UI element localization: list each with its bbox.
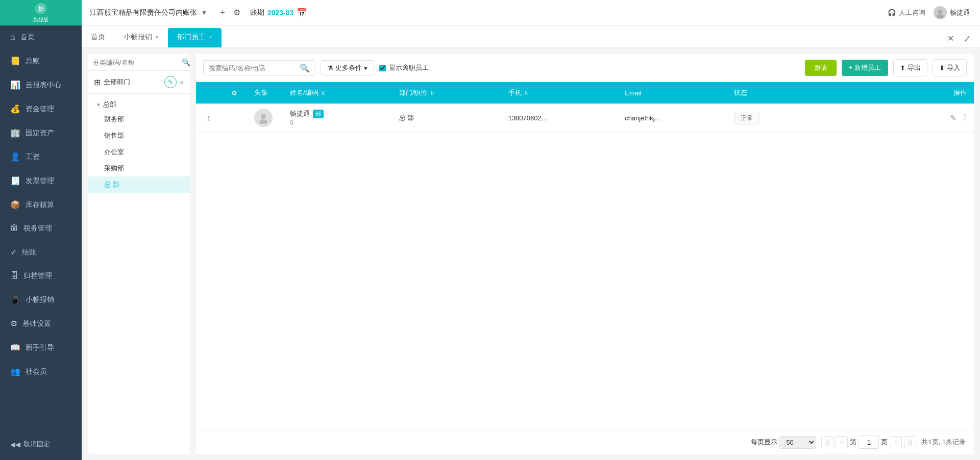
col-avatar-label: 头像	[254, 89, 267, 96]
edit-button[interactable]: ✎	[950, 113, 957, 123]
sidebar-label-ledger: 总账	[26, 57, 40, 66]
first-page-button[interactable]: ⟨⟨	[821, 436, 834, 448]
calendar-icon[interactable]: 📅	[297, 8, 307, 17]
resigned-checkbox-input[interactable]	[379, 65, 386, 71]
dept-item-office[interactable]: 办公室	[88, 144, 190, 160]
tab-expense-label: 小畅报销	[124, 33, 152, 42]
sidebar-item-tax[interactable]: 🏛 税务管理	[0, 217, 82, 240]
sidebar-label-reports: 云报表中心	[26, 81, 61, 90]
service-label: 人工咨询	[899, 8, 925, 17]
tab-bar: 首页 小畅报销 × 部门员工 × ✕ ⤢	[82, 25, 980, 48]
employee-search-input[interactable]	[209, 64, 297, 72]
page-input[interactable]	[859, 436, 879, 449]
cell-gear	[222, 104, 247, 133]
sidebar-item-settings[interactable]: ⚙ 基础设置	[0, 312, 82, 336]
tab-dept-staff-close[interactable]: ×	[209, 34, 212, 41]
finance-icon: 💰	[10, 104, 20, 114]
invoice-icon: 🧾	[10, 176, 20, 186]
dept-collapse-button[interactable]: «	[180, 78, 184, 86]
sidebar-label-guide: 新手引导	[26, 343, 54, 352]
sidebar-label-assets: 固定资产	[26, 129, 54, 138]
dept-edit-button[interactable]: ✎	[164, 76, 177, 88]
sidebar-item-expense[interactable]: 📱 小畅报销	[0, 288, 82, 312]
svg-point-5	[259, 119, 267, 124]
sidebar-label-members: 社会员	[26, 367, 47, 376]
col-dept[interactable]: 部门/职位 ⇅	[392, 82, 501, 104]
settings-button[interactable]: ⚙	[230, 6, 244, 20]
service-button[interactable]: 🎧 人工咨询	[888, 8, 925, 17]
tab-close-all-button[interactable]: ✕	[943, 31, 958, 45]
col-gear[interactable]: ⚙	[222, 82, 247, 104]
sidebar-item-guide[interactable]: 📖 新手引导	[0, 336, 82, 360]
cell-avatar	[247, 104, 283, 133]
right-panel: 🔍 ⚗ 更多条件 ▾ 显示离职员工 邀请 + 新增员工	[196, 54, 974, 454]
sidebar-item-home[interactable]: ⌂ 首页	[0, 25, 82, 49]
dept-item-general[interactable]: 总 部	[88, 176, 190, 193]
sidebar-item-finance[interactable]: 💰 资金管理	[0, 97, 82, 121]
last-page-button[interactable]: ⟩⟩	[904, 436, 916, 448]
tab-dept-staff[interactable]: 部门员工 ×	[168, 28, 222, 47]
page-suffix: 页	[881, 438, 888, 447]
import-icon: ⬇	[939, 64, 945, 72]
sidebar-item-salary[interactable]: 👤 工资	[0, 145, 82, 169]
filter-button[interactable]: ⚗ 更多条件 ▾	[321, 60, 374, 75]
dept-group-zongbu: ▼ 总部	[88, 96, 190, 111]
export-button[interactable]: ⬆ 导出	[893, 59, 927, 76]
dept-tree: ▼ 总部 财务部 销售部 办公室 采购部 总 部	[88, 94, 190, 454]
col-name-label: 姓名/编码	[290, 89, 318, 96]
add-company-button[interactable]: ＋	[215, 6, 230, 20]
headset-icon: 🎧	[888, 9, 896, 16]
settings-sidebar-icon: ⚙	[10, 319, 17, 328]
show-resigned-checkbox[interactable]: 显示离职员工	[379, 63, 429, 72]
prev-page-button[interactable]: ＜	[836, 436, 848, 448]
export-icon: ⬆	[900, 64, 905, 72]
user-area[interactable]: 畅捷通	[934, 6, 970, 19]
sidebar-label-invoice: 发票管理	[26, 176, 54, 186]
sidebar-item-assets[interactable]: 🏢 固定资产	[0, 121, 82, 145]
dept-item-finance[interactable]: 财务部	[88, 111, 190, 127]
tab-home-label: 首页	[91, 33, 105, 42]
sidebar-item-close[interactable]: ✓ 结账	[0, 240, 82, 264]
sidebar-item-ledger[interactable]: 📒 总账	[0, 49, 82, 73]
tab-expense[interactable]: 小畅报销 ×	[114, 28, 168, 47]
import-label: 导入	[947, 63, 960, 72]
cell-action: ✎ ⤴	[862, 104, 974, 133]
col-phone[interactable]: 手机 ⇅	[501, 82, 618, 104]
col-avatar: 头像	[247, 82, 283, 104]
dept-search-icon[interactable]: 🔍	[182, 58, 190, 66]
invite-button[interactable]: 邀请	[805, 60, 837, 76]
import-button[interactable]: ⬇ 导入	[933, 59, 967, 76]
expense-icon: 📱	[10, 295, 20, 304]
sidebar-label-tax: 税务管理	[23, 224, 52, 233]
cell-status: 正常	[727, 104, 862, 133]
next-page-button[interactable]: ＞	[890, 436, 902, 448]
sidebar-item-inventory[interactable]: 📦 库存核算	[0, 193, 82, 217]
dept-item-purchase[interactable]: 采购部	[88, 160, 190, 176]
tab-fullscreen-button[interactable]: ⤢	[960, 31, 974, 45]
cell-dept: 总 部	[392, 104, 501, 133]
inventory-icon: 📦	[10, 200, 20, 210]
toolbar-right: 邀请 + 新增员工 ⬆ 导出 ⬇ 导入	[805, 59, 967, 76]
svg-point-3	[937, 14, 944, 18]
dept-item-sales[interactable]: 销售部	[88, 127, 190, 144]
grid-icon: ⊞	[94, 78, 101, 87]
logo-area: 好 旗舰版	[0, 0, 82, 25]
add-employee-button[interactable]: + 新增员工	[842, 60, 888, 76]
tab-expense-close[interactable]: ×	[155, 34, 159, 41]
sidebar-item-members[interactable]: 👥 社会员	[0, 360, 82, 384]
company-selector[interactable]: 江西服宝精品有限责任公司内账张 ▼	[82, 8, 215, 17]
table-header-row: ⚙ 头像 姓名/编码 ⇅ 部门/职位 ⇅	[196, 82, 974, 104]
col-name[interactable]: 姓名/编码 ⇅	[283, 82, 392, 104]
sidebar-item-archive[interactable]: 🗄 归档管理	[0, 264, 82, 288]
sidebar-item-reports[interactable]: 📊 云报表中心	[0, 73, 82, 97]
sidebar-label-finance: 资金管理	[26, 105, 54, 114]
logout-button[interactable]: ⤴	[963, 113, 967, 122]
pin-icon: ◀◀	[10, 441, 20, 448]
tab-home[interactable]: 首页	[82, 28, 114, 47]
sidebar-item-invoice[interactable]: 🧾 发票管理	[0, 169, 82, 193]
search-icon[interactable]: 🔍	[300, 63, 310, 73]
cancel-fixed-button[interactable]: ◀◀ 取消固定	[0, 435, 82, 454]
dept-search-input[interactable]	[93, 59, 179, 66]
filter-icon: ⚗	[327, 64, 333, 72]
per-page-dropdown[interactable]: 50 100 200	[779, 436, 816, 449]
